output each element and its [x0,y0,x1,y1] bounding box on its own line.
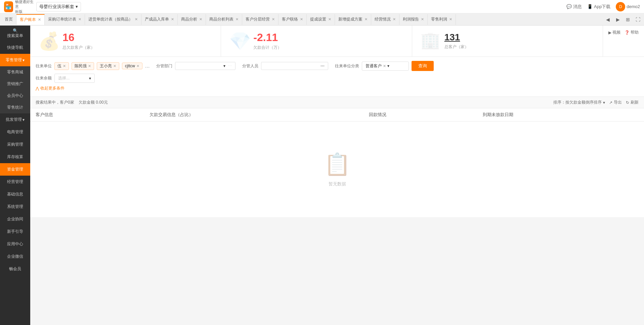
filter-label-unit-category: 往来单位分类 [335,63,359,69]
stat-card-credit-customers: 💰 16 总欠款客户（家） [30,26,221,57]
sidebar-item-new-guide[interactable]: 新手引导 [0,225,30,238]
tab-home[interactable]: 首页 [1,14,16,25]
sidebar-item-search[interactable]: 🔍 搜索菜单 [0,26,30,41]
data-table: 客户信息 欠款交易信息（占比） 回款情况 到期未放款日期 📋 暂无数据 [30,108,644,218]
tab-close-icon[interactable]: ✕ [78,17,81,22]
results-bar: 搜索结果中，客户0家 欠款金额 0.00元 排序：按欠款金额倒序排序 ▾ ↗ 导… [30,97,644,108]
tab-profit-report[interactable]: 利润报告 ✕ [399,14,428,25]
logo-area: 🏪 畅捷通好生意 标版 [4,0,34,14]
tab-close-icon[interactable]: ✕ [272,17,275,22]
filter-select-balance[interactable]: 选择... ▾ [54,74,95,83]
video-link[interactable]: ▶ 视频 [608,30,620,35]
tab-prev-button[interactable]: ◀ [603,15,612,24]
sidebar-item-wholesale-mgmt[interactable]: 批发管理▾ [0,113,30,126]
sidebar-item-purchase-mgmt[interactable]: 采购管理 [0,138,30,151]
filter-tag-remove-ordinary[interactable]: ✕ [383,64,386,68]
tab-close-icon[interactable]: ✕ [235,17,239,22]
tab-inventory-stat[interactable]: 进货单统计表（按商品） ✕ [85,14,141,25]
collapse-row: ⋀ 收起更多条件 [36,85,639,91]
tab-close-icon[interactable]: ✕ [38,17,41,22]
main-layout: 🔍 搜索菜单 快捷导航 零售管理▾ 零售商城 营销推广 会员中心 零售统计 批发… [0,26,644,325]
tab-new-promotion-scheme[interactable]: 新增提成方案 ✕ [335,14,371,25]
stat-main-credit-amount: -2.11 欠款合计（万） [253,32,282,50]
tab-close-icon[interactable]: ✕ [364,17,368,22]
empty-state: 📋 暂无数据 [36,125,639,214]
collapse-button[interactable]: ⋀ 收起更多条件 [36,85,639,91]
stat-icon-credit: 💰 [38,31,58,51]
sidebar-item-enterprise-wechat[interactable]: 企业微信 [0,250,30,263]
tab-retail-profit[interactable]: 零售利润 ✕ [428,14,456,25]
filter-tag-remove-wu[interactable]: ✕ [63,64,66,68]
message-button[interactable]: 💬 消息 [566,4,582,10]
empty-icon: 📋 [324,152,351,177]
tab-close-icon[interactable]: ✕ [449,17,452,22]
table-header: 客户信息 欠款交易信息（占比） 回款情况 到期未放款日期 [30,108,644,121]
sidebar-item-retail-mall[interactable]: 零售商城 [0,66,30,78]
tab-fullscreen-button[interactable]: ⛶ [633,15,643,24]
filter-tag-remove-chen[interactable]: ✕ [88,64,91,68]
sidebar-item-vip-member[interactable]: 畅会员 [0,263,30,275]
help-link[interactable]: ❓ 帮助 [625,30,639,35]
filter-label-balance: 往来余额 [36,75,52,81]
sort-select[interactable]: 排序：按欠款金额倒序排序 ▾ [553,100,605,105]
tab-next-button[interactable]: ▶ [613,15,622,24]
filter-tag-wang: 王小亮 ✕ [97,62,119,70]
sidebar-item-member-center[interactable]: 会员中心 [0,90,30,102]
tab-accounts[interactable]: 客户账本 ✕ [16,14,45,25]
sidebar-item-sys-mgmt[interactable]: 系统管理 [0,201,30,213]
filter-select-dept[interactable]: ▾ ⋯ [175,62,235,70]
sidebar-item-ops-mgmt[interactable]: 经营管理 [0,176,30,188]
tab-close-icon[interactable]: ✕ [171,17,174,22]
sidebar-item-marketing-promo[interactable]: 营销推广 [0,78,30,90]
sidebar-item-retail-stats[interactable]: 零售统计 [0,102,30,113]
user-avatar-button[interactable]: D demo2 [616,2,640,11]
stat-label-total-customers: 总客户（家） [444,44,469,50]
tab-product-analysis-list[interactable]: 商品分析列表 ✕ [206,14,242,25]
export-button[interactable]: ↗ 导出 [609,100,622,105]
filter-tag-remove-cjttcw[interactable]: ✕ [136,64,139,68]
tab-promotion-settings[interactable]: 提成设置 ✕ [307,14,335,25]
filter-tag-ordinary-customer: 普通客户 ✕ [366,63,386,69]
sidebar-item-retail-mgmt[interactable]: 零售管理▾ [0,54,30,66]
col-due-date: 到期未放款日期 [477,108,644,121]
app-logo-icon: 🏪 [4,1,13,12]
filter-row-1: 往来单位 伍 ✕ 陈民强 ✕ 王小亮 ✕ cjttcw ✕ ... [36,61,639,71]
tab-expand-button[interactable]: ⊞ [623,15,633,24]
filter-more-tags[interactable]: ... [145,63,149,69]
filter-select-person[interactable]: ⋯ [261,62,328,70]
tab-product-in[interactable]: 产成品入库单 ✕ [141,14,178,25]
tab-bar: 首页 客户账本 ✕ 采购订单统计表 ✕ 进货单统计表（按商品） ✕ 产成品入库单… [0,13,644,26]
tab-close-icon[interactable]: ✕ [328,17,331,22]
query-button[interactable]: 查询 [412,61,434,71]
tab-close-icon[interactable]: ✕ [421,17,424,22]
app-download-button[interactable]: 📱 App下载 [587,4,610,10]
tenant-selector[interactable]: 母婴行业演示帐套 ▾ [36,2,81,11]
stat-main-credit-customers: 16 总欠款客户（家） [62,32,95,50]
tab-purchase-order-stat[interactable]: 采购订单统计表 ✕ [45,14,85,25]
tab-customer-contact[interactable]: 客户联络 ✕ [278,14,307,25]
filter-select-unit-category[interactable]: 普通客户 ✕ ▾ [362,62,409,71]
tab-close-icon[interactable]: ✕ [135,17,138,22]
sidebar-item-ecom-mgmt[interactable]: 电商管理 [0,126,30,138]
tab-business-situation[interactable]: 经营情况 ✕ [371,14,399,25]
tab-close-icon[interactable]: ✕ [300,17,303,22]
tab-close-icon[interactable]: ✕ [393,17,396,22]
sidebar-item-app-center[interactable]: 应用中心 [0,238,30,250]
refresh-button[interactable]: ↻ 刷新 [626,100,639,105]
filter-tag-remove-wang[interactable]: ✕ [113,64,116,68]
col-repayment: 回款情况 [363,108,477,121]
sidebar-item-inventory-check[interactable]: 库存核算 [0,151,30,163]
tab-customer-tier[interactable]: 客户分层经营 ✕ [242,14,278,25]
filter-tag-chen: 陈民强 ✕ [72,62,94,70]
tab-close-icon[interactable]: ✕ [199,17,202,22]
sidebar-item-quick-nav[interactable]: 快捷导航 [0,41,30,54]
stat-card-total-customers: 🏢 131 总客户（家） [412,26,603,57]
sidebar: 🔍 搜索菜单 快捷导航 零售管理▾ 零售商城 营销推广 会员中心 零售统计 批发… [0,26,30,325]
sidebar-item-enterprise-collab[interactable]: 企业协同 [0,213,30,225]
filter-row-2: 往来余额 选择... ▾ [36,74,639,83]
col-credit-transaction: 欠款交易信息（占比） [144,108,363,121]
tab-product-analysis[interactable]: 商品分析 ✕ [178,14,206,25]
sidebar-item-finance-mgmt[interactable]: 资金管理 [0,163,30,176]
top-bar-left: 🏪 畅捷通好生意 标版 母婴行业演示帐套 ▾ [4,0,81,14]
sidebar-item-basic-info[interactable]: 基础信息 [0,188,30,201]
